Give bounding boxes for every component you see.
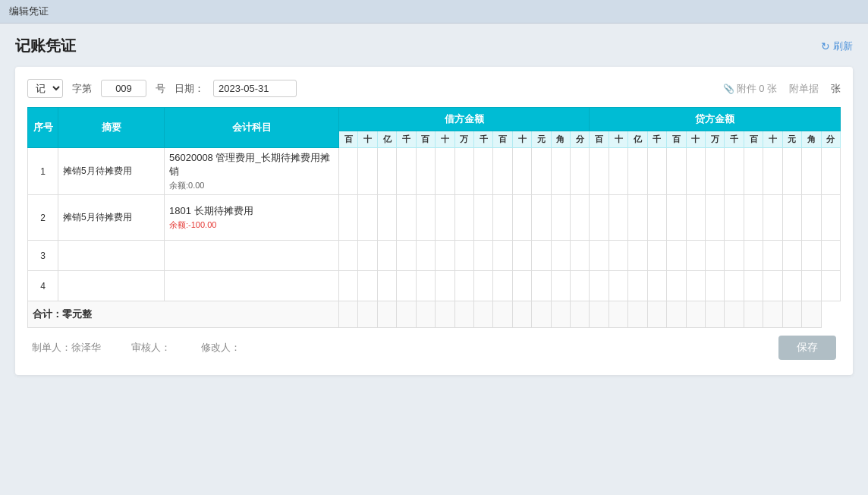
debit-digit-2-10[interactable] — [532, 241, 551, 271]
debit-digit-2-7[interactable] — [473, 241, 492, 271]
debit-digit-2-6[interactable] — [454, 241, 473, 271]
debit-digit-0-3[interactable] — [397, 148, 416, 195]
credit-digit-2-7[interactable] — [725, 241, 744, 271]
debit-digit-2-3[interactable] — [397, 241, 416, 271]
credit-digit-0-11[interactable] — [802, 148, 821, 195]
debit-digit-0-10[interactable] — [532, 148, 551, 195]
credit-digit-2-9[interactable] — [763, 241, 782, 271]
credit-digit-0-5[interactable] — [686, 148, 705, 195]
credit-digit-0-9[interactable] — [763, 148, 782, 195]
debit-digit-2-4[interactable] — [416, 241, 435, 271]
attachment-doc-link[interactable]: 附单据 — [789, 82, 819, 96]
debit-digit-1-2[interactable] — [377, 195, 396, 241]
debit-digit-3-2[interactable] — [377, 271, 396, 301]
credit-digit-0-10[interactable] — [782, 148, 801, 195]
debit-digit-0-12[interactable] — [571, 148, 590, 195]
debit-digit-2-2[interactable] — [377, 241, 396, 271]
debit-digit-1-7[interactable] — [473, 195, 492, 241]
debit-digit-3-3[interactable] — [397, 271, 416, 301]
credit-digit-3-4[interactable] — [667, 271, 686, 301]
credit-digit-2-10[interactable] — [782, 241, 801, 271]
credit-digit-3-7[interactable] — [725, 271, 744, 301]
credit-digit-2-2[interactable] — [628, 241, 647, 271]
debit-digit-1-8[interactable] — [493, 195, 512, 241]
debit-digit-3-0[interactable] — [339, 271, 358, 301]
debit-digit-2-12[interactable] — [571, 241, 590, 271]
credit-digit-0-12[interactable] — [821, 148, 840, 195]
credit-digit-2-3[interactable] — [647, 241, 666, 271]
debit-digit-1-5[interactable] — [436, 195, 454, 241]
debit-digit-2-5[interactable] — [436, 241, 454, 271]
debit-digit-1-4[interactable] — [416, 195, 435, 241]
credit-digit-1-4[interactable] — [667, 195, 686, 241]
credit-digit-1-0[interactable] — [590, 195, 609, 241]
debit-digit-3-1[interactable] — [358, 271, 377, 301]
row-account-3[interactable] — [165, 271, 339, 301]
credit-digit-3-11[interactable] — [802, 271, 821, 301]
row-account-1[interactable]: 1801 长期待摊费用余额:-100.00 — [165, 195, 339, 241]
credit-digit-0-1[interactable] — [609, 148, 627, 195]
credit-digit-0-7[interactable] — [725, 148, 744, 195]
debit-digit-1-12[interactable] — [571, 195, 590, 241]
voucher-number-input[interactable] — [101, 80, 146, 97]
credit-digit-3-12[interactable] — [821, 271, 840, 301]
debit-digit-1-0[interactable] — [339, 195, 358, 241]
credit-digit-0-6[interactable] — [706, 148, 725, 195]
row-account-0[interactable]: 56020008 管理费用_长期待摊费用摊销余额:0.00 — [165, 148, 339, 195]
credit-digit-1-1[interactable] — [609, 195, 627, 241]
type-select[interactable]: 记 — [27, 79, 63, 98]
debit-digit-1-6[interactable] — [454, 195, 473, 241]
debit-digit-0-4[interactable] — [416, 148, 435, 195]
credit-digit-1-7[interactable] — [725, 195, 744, 241]
row-summary-2[interactable] — [58, 241, 165, 271]
row-summary-0[interactable]: 摊销5月待摊费用 — [58, 148, 165, 195]
credit-digit-2-8[interactable] — [744, 241, 763, 271]
credit-digit-1-8[interactable] — [744, 195, 763, 241]
debit-digit-2-1[interactable] — [358, 241, 377, 271]
credit-digit-2-4[interactable] — [667, 241, 686, 271]
debit-digit-3-12[interactable] — [571, 271, 590, 301]
credit-digit-1-12[interactable] — [821, 195, 840, 241]
debit-digit-0-8[interactable] — [493, 148, 512, 195]
credit-digit-0-8[interactable] — [744, 148, 763, 195]
credit-digit-1-3[interactable] — [647, 195, 666, 241]
credit-digit-1-9[interactable] — [763, 195, 782, 241]
credit-digit-2-1[interactable] — [609, 241, 627, 271]
credit-digit-3-8[interactable] — [744, 271, 763, 301]
credit-digit-3-0[interactable] — [590, 271, 609, 301]
debit-digit-0-2[interactable] — [377, 148, 396, 195]
debit-digit-1-10[interactable] — [532, 195, 551, 241]
debit-digit-3-11[interactable] — [551, 271, 570, 301]
debit-digit-3-4[interactable] — [416, 271, 435, 301]
credit-digit-3-10[interactable] — [782, 271, 801, 301]
credit-digit-3-6[interactable] — [706, 271, 725, 301]
credit-digit-0-0[interactable] — [590, 148, 609, 195]
debit-digit-1-9[interactable] — [512, 195, 531, 241]
table-row[interactable]: 2摊销5月待摊费用1801 长期待摊费用余额:-100.00 — [28, 195, 841, 241]
credit-digit-3-2[interactable] — [628, 271, 647, 301]
debit-digit-3-10[interactable] — [532, 271, 551, 301]
date-input[interactable] — [213, 80, 297, 97]
table-row[interactable]: 1摊销5月待摊费用56020008 管理费用_长期待摊费用摊销余额:0.00 — [28, 148, 841, 195]
credit-digit-2-5[interactable] — [686, 241, 705, 271]
credit-digit-2-11[interactable] — [802, 241, 821, 271]
debit-digit-1-1[interactable] — [358, 195, 377, 241]
credit-digit-3-3[interactable] — [647, 271, 666, 301]
debit-digit-3-5[interactable] — [436, 271, 454, 301]
save-button[interactable]: 保存 — [778, 336, 836, 360]
debit-digit-2-9[interactable] — [512, 241, 531, 271]
credit-digit-3-5[interactable] — [686, 271, 705, 301]
debit-digit-0-11[interactable] — [551, 148, 570, 195]
debit-digit-0-7[interactable] — [473, 148, 492, 195]
debit-digit-2-8[interactable] — [493, 241, 512, 271]
debit-digit-2-0[interactable] — [339, 241, 358, 271]
debit-digit-0-5[interactable] — [436, 148, 454, 195]
debit-digit-2-11[interactable] — [551, 241, 570, 271]
credit-digit-3-1[interactable] — [609, 271, 627, 301]
refresh-button[interactable]: ↻ 刷新 — [821, 39, 853, 53]
row-summary-3[interactable] — [58, 271, 165, 301]
debit-digit-0-9[interactable] — [512, 148, 531, 195]
credit-digit-1-10[interactable] — [782, 195, 801, 241]
credit-digit-1-6[interactable] — [706, 195, 725, 241]
credit-digit-0-4[interactable] — [667, 148, 686, 195]
